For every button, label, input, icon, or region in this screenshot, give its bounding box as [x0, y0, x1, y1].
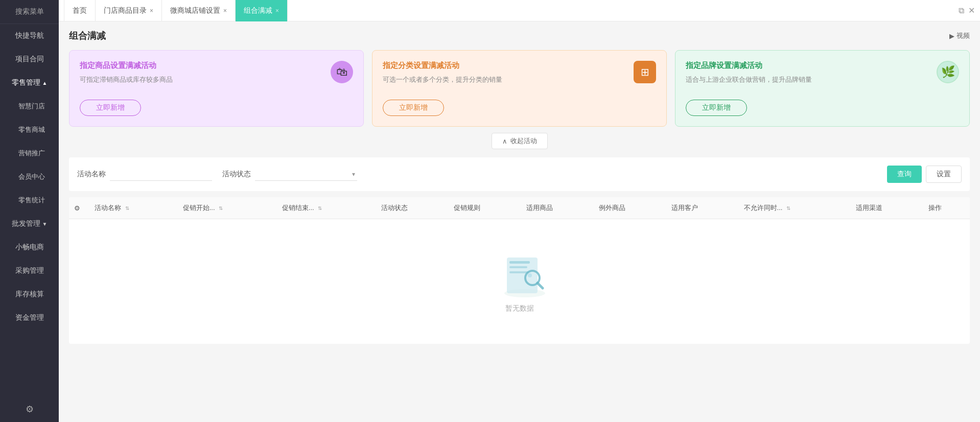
tab-micro-store-settings[interactable]: 微商城店铺设置 × — [162, 0, 236, 21]
tab-close-icon[interactable]: × — [150, 7, 153, 14]
window-controls: ⧉ ✕ — [959, 6, 975, 15]
sidebar-item-label: 快捷导航 — [15, 31, 44, 40]
sidebar-item-member-center[interactable]: 会员中心 — [0, 165, 59, 189]
sidebar-settings-icon[interactable]: ⚙ — [0, 396, 59, 422]
sidebar-item-label: 零售统计 — [18, 196, 45, 205]
tab-close-icon[interactable]: × — [275, 7, 279, 14]
filter-area: 活动名称 活动状态 进行中 已结束 未开始 ▾ 查询 设置 — [69, 157, 970, 191]
col-operations-label: 操作 — [928, 204, 942, 212]
empty-text: 暂无数据 — [69, 304, 970, 313]
video-link[interactable]: ▶ 视频 — [949, 31, 970, 40]
leaf-icon: 🌿 — [937, 61, 959, 83]
page-header: 组合满减 ▶ 视频 — [69, 30, 970, 42]
sidebar-search[interactable]: 搜索菜单 — [0, 0, 59, 24]
shopping-bag-icon: 🛍 — [331, 61, 353, 83]
tab-home[interactable]: 首页 — [64, 0, 96, 21]
sidebar-item-retail-stats[interactable]: 零售统计 — [0, 189, 59, 212]
promo-cards-section: 🛍 指定商品设置满减活动 可指定滞销商品或库存较多商品 立即新增 ⊞ 指定分类设… — [69, 50, 970, 127]
sidebar-item-label: 项目合同 — [15, 55, 44, 64]
collapse-activities-button[interactable]: ∧ 收起活动 — [492, 133, 548, 149]
col-status-label: 活动状态 — [381, 204, 408, 212]
table-header-status: 活动状态 — [376, 197, 449, 219]
restore-window-icon[interactable]: ⧉ — [959, 6, 964, 15]
video-label: 视频 — [956, 31, 970, 40]
col-promo-start-label: 促销开始... — [183, 204, 215, 212]
empty-state: 暂无数据 — [69, 219, 970, 344]
col-exception-goods-label: 例外商品 — [599, 204, 625, 212]
table-header-exception-goods: 例外商品 — [594, 197, 666, 219]
sidebar-item-marketing[interactable]: 营销推广 — [0, 142, 59, 165]
page-content: 组合满减 ▶ 视频 🛍 指定商品设置满减活动 可指定滞销商品或库存较多商品 立即… — [59, 21, 980, 422]
table-header-promo-end[interactable]: 促销结束... ⇅ — [277, 197, 376, 219]
tab-combo-discount[interactable]: 组合满减 × — [236, 0, 288, 21]
sidebar-item-label: 批发管理 — [12, 219, 40, 228]
tab-label: 首页 — [73, 6, 87, 15]
sort-arrows-icon: ⇅ — [318, 205, 322, 211]
activity-status-select[interactable]: 进行中 已结束 未开始 — [255, 168, 357, 181]
sidebar-item-label: 会员中心 — [18, 172, 45, 181]
tab-label: 微商城店铺设置 — [170, 6, 220, 15]
sidebar-item-inventory-calc[interactable]: 库存核算 — [0, 283, 59, 306]
promo-card-brand: 🌿 指定品牌设置满减活动 适合与上游企业联合做营销，提升品牌销量 立即新增 — [675, 50, 970, 127]
sidebar-item-project-contract[interactable]: 项目合同 — [0, 48, 59, 71]
add-product-promo-button[interactable]: 立即新增 — [80, 100, 141, 116]
sidebar-item-retail-mgmt[interactable]: 零售管理 ▲ — [0, 71, 59, 95]
promo-card-product: 🛍 指定商品设置满减活动 可指定滞销商品或库存较多商品 立即新增 — [69, 50, 364, 127]
sidebar-item-retail-mall[interactable]: 零售商城 — [0, 118, 59, 142]
svg-line-6 — [538, 283, 543, 288]
table-header-promo-start[interactable]: 促销开始... ⇅ — [178, 197, 277, 219]
card-title: 指定分类设置满减活动 — [383, 61, 656, 71]
query-button[interactable]: 查询 — [887, 166, 922, 183]
tab-product-catalog[interactable]: 门店商品目录 × — [96, 0, 162, 21]
sidebar-item-xce[interactable]: 小畅电商 — [0, 236, 59, 259]
svg-point-7 — [528, 273, 532, 277]
table-header-gear[interactable]: ⚙ — [69, 197, 89, 219]
settings-button[interactable]: 设置 — [926, 166, 962, 183]
gear-icon: ⚙ — [74, 204, 80, 212]
table-header-operations: 操作 — [923, 197, 970, 219]
collapse-bar: ∧ 收起活动 — [69, 133, 970, 149]
gear-icon: ⚙ — [26, 404, 34, 414]
table-header-applicable-customers: 适用客户 — [666, 197, 739, 219]
tab-close-icon[interactable]: × — [223, 7, 227, 14]
card-desc: 可指定滞销商品或库存较多商品 — [80, 75, 353, 91]
activity-name-input[interactable] — [110, 168, 212, 181]
add-category-promo-button[interactable]: 立即新增 — [383, 100, 444, 116]
filter-name-label: 活动名称 — [77, 170, 106, 179]
filter-actions: 查询 设置 — [887, 166, 962, 183]
close-window-icon[interactable]: ✕ — [968, 6, 975, 15]
card-title: 指定品牌设置满减活动 — [686, 61, 959, 71]
add-brand-promo-button[interactable]: 立即新增 — [686, 100, 747, 116]
card-title: 指定商品设置满减活动 — [80, 61, 353, 71]
col-promo-rule-label: 促销规则 — [454, 204, 480, 212]
col-applicable-channels-label: 适用渠道 — [856, 204, 882, 212]
empty-illustration — [494, 250, 545, 296]
col-no-concurrent-label: 不允许同时... — [744, 204, 783, 212]
chevron-up-icon: ∧ — [502, 137, 507, 145]
main-content: 首页 门店商品目录 × 微商城店铺设置 × 组合满减 × ⧉ ✕ 组合满减 ▶ … — [59, 0, 980, 422]
table-header-promo-rule: 促销规则 — [449, 197, 521, 219]
tab-bar: 首页 门店商品目录 × 微商城店铺设置 × 组合满减 × ⧉ ✕ — [59, 0, 980, 21]
sidebar-item-wholesale-mgmt[interactable]: 批发管理 ▼ — [0, 212, 59, 236]
svg-rect-2 — [509, 261, 530, 264]
sidebar-item-label: 小畅电商 — [15, 243, 44, 252]
sidebar-item-fund-mgmt[interactable]: 资金管理 — [0, 306, 59, 330]
chevron-up-icon: ▲ — [42, 80, 48, 86]
table-header-name[interactable]: 活动名称 ⇅ — [89, 197, 178, 219]
sort-arrows-icon: ⇅ — [219, 205, 223, 211]
sidebar-item-purchase-mgmt[interactable]: 采购管理 — [0, 259, 59, 283]
sidebar-item-label: 零售管理 — [12, 78, 40, 87]
page-title: 组合满减 — [69, 30, 106, 42]
sidebar-item-quick-nav[interactable]: 快捷导航 — [0, 24, 59, 48]
col-promo-end-label: 促销结束... — [282, 204, 314, 212]
sort-arrows-icon: ⇅ — [125, 205, 129, 211]
sidebar-item-smart-store[interactable]: 智慧门店 — [0, 95, 59, 118]
table-container: ⚙ 活动名称 ⇅ 促销开始... ⇅ 促销结束... ⇅ — [69, 197, 970, 344]
category-icon: ⊞ — [634, 61, 656, 83]
col-name-label: 活动名称 — [95, 204, 121, 212]
col-applicable-customers-label: 适用客户 — [671, 204, 698, 212]
collapse-label: 收起活动 — [510, 136, 537, 146]
table-header-no-concurrent[interactable]: 不允许同时... ⇅ — [739, 197, 851, 219]
sidebar: 搜索菜单 快捷导航 项目合同 零售管理 ▲ 智慧门店 零售商城 营销推广 会员中… — [0, 0, 59, 422]
filter-status-group: 活动状态 进行中 已结束 未开始 ▾ — [222, 168, 357, 181]
